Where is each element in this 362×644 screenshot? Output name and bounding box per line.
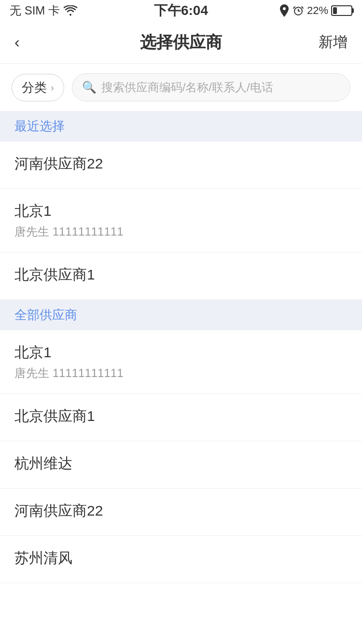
all-item-name: 北京供应商1 (14, 406, 348, 426)
nav-bar: ‹ 选择供应商 新增 (0, 21, 362, 64)
recent-item-name: 北京1 (14, 201, 348, 221)
recent-list-item[interactable]: 北京供应商1 (0, 252, 362, 300)
search-placeholder: 搜索供应商编码/名称/联系人/电话 (101, 80, 273, 95)
recent-list-item[interactable]: 河南供应商22 (0, 141, 362, 189)
add-button[interactable]: 新增 (319, 32, 348, 52)
recent-items-list: 河南供应商22北京1唐先生 11111111111北京供应商1 (0, 141, 362, 300)
all-item-name: 河南供应商22 (14, 501, 348, 521)
recent-section-header: 最近选择 (0, 111, 362, 141)
all-list-item[interactable]: 苏州清风 (0, 536, 362, 583)
battery-icon (331, 5, 352, 16)
wifi-icon (64, 5, 77, 16)
svg-line-3 (293, 7, 295, 8)
all-list-item[interactable]: 北京1唐先生 11111111111 (0, 330, 362, 394)
all-item-name: 苏州清风 (14, 548, 348, 568)
status-right: 22% (279, 4, 352, 17)
page-title: 选择供应商 (43, 31, 319, 54)
category-label: 分类 (22, 79, 47, 96)
recent-item-name: 河南供应商22 (14, 154, 348, 174)
battery-percent: 22% (307, 4, 328, 17)
all-item-sub: 唐先生 11111111111 (14, 365, 348, 381)
status-bar: 无 SIM 卡 下午6:04 22% (0, 0, 362, 21)
search-bar: 分类 › 🔍 搜索供应商编码/名称/联系人/电话 (0, 64, 362, 111)
all-list-item[interactable]: 北京供应商1 (0, 394, 362, 441)
recent-item-sub: 唐先生 11111111111 (14, 224, 348, 239)
status-left: 无 SIM 卡 (10, 3, 77, 18)
all-item-name: 杭州维达 (14, 454, 348, 474)
location-icon (279, 4, 290, 17)
category-button[interactable]: 分类 › (12, 74, 64, 101)
carrier-text: 无 SIM 卡 (10, 3, 60, 18)
search-icon: 🔍 (82, 81, 97, 94)
svg-line-4 (302, 7, 303, 8)
all-section-header: 全部供应商 (0, 300, 362, 330)
status-time: 下午6:04 (154, 1, 208, 20)
all-items-list: 北京1唐先生 11111111111北京供应商1杭州维达河南供应商22苏州清风 (0, 330, 362, 583)
all-list-item[interactable]: 杭州维达 (0, 441, 362, 489)
recent-item-name: 北京供应商1 (14, 265, 348, 285)
recent-list-item[interactable]: 北京1唐先生 11111111111 (0, 189, 362, 252)
back-button[interactable]: ‹ (14, 33, 43, 51)
all-item-name: 北京1 (14, 343, 348, 363)
all-list-item[interactable]: 河南供应商22 (0, 489, 362, 536)
search-input-wrapper[interactable]: 🔍 搜索供应商编码/名称/联系人/电话 (72, 73, 350, 101)
alarm-icon (292, 5, 304, 16)
chevron-right-icon: › (51, 82, 54, 93)
